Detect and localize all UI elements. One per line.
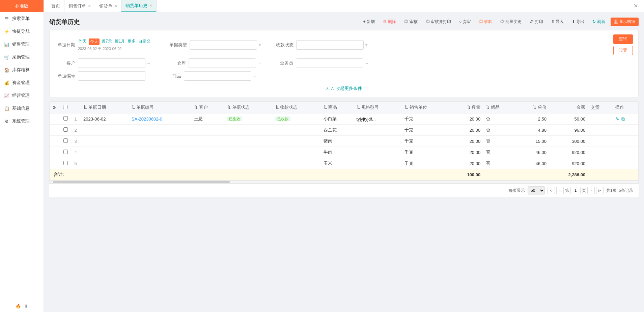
- shortcut-today[interactable]: 今天: [89, 38, 100, 45]
- print-button[interactable]: 🖨 打印: [527, 18, 545, 26]
- col-spec[interactable]: ⇅ 规格型号: [354, 102, 402, 113]
- col-doc-no[interactable]: ⇅ 单据编号: [129, 102, 191, 113]
- col-pay-status[interactable]: ⇅ 收款状态: [273, 102, 321, 113]
- row-num: 2: [71, 125, 81, 136]
- checkbox-cell: [60, 125, 71, 136]
- sidebar-item-label: 资金管理: [12, 80, 30, 86]
- row-checkbox[interactable]: [63, 116, 68, 121]
- basic-info-icon: 📋: [4, 106, 9, 111]
- col-doc-status[interactable]: ⇅ 单据状态: [224, 102, 273, 113]
- doc-no-link[interactable]: SA-20230602-0: [132, 116, 162, 122]
- row-checkbox[interactable]: [63, 150, 68, 154]
- sidebar-bottom-btn2[interactable]: ⏸: [24, 304, 28, 309]
- first-page-btn[interactable]: ⊲: [548, 187, 555, 194]
- row-price: 46.00: [516, 147, 549, 158]
- delete-button[interactable]: 🗑 删除: [380, 18, 399, 26]
- sidebar-item-search-menu[interactable]: ☰ 搜索菜单: [0, 12, 44, 25]
- sidebar-item-basic-info[interactable]: 📋 基础信息: [0, 102, 44, 115]
- goods-picker-btn[interactable]: ···: [253, 74, 256, 78]
- shortcut-more[interactable]: 更多: [127, 38, 136, 45]
- batch-change-button[interactable]: ◎ 批量变更: [498, 18, 524, 26]
- sidebar-item-inventory[interactable]: 🏠 库存核算: [0, 63, 44, 76]
- copy-icon[interactable]: ⧉: [621, 116, 625, 122]
- staff-input[interactable]: [296, 58, 363, 68]
- import-button[interactable]: ⬆ 导入: [549, 18, 566, 26]
- search-menu-icon: ☰: [4, 16, 9, 21]
- col-customer[interactable]: ⇅ 客户: [191, 102, 224, 113]
- tab-home[interactable]: 首页: [47, 0, 64, 12]
- select-all-checkbox[interactable]: [63, 105, 67, 109]
- goods-input[interactable]: [184, 71, 251, 81]
- customer-input[interactable]: [78, 58, 145, 68]
- row-docno: [129, 147, 191, 158]
- sidebar-item-ops-mgmt[interactable]: 📈 经营管理: [0, 89, 44, 102]
- col-settings[interactable]: ⚙: [50, 102, 60, 113]
- export-button[interactable]: ⬇ 导出: [569, 18, 587, 26]
- page-navigation: ⊲ ‹ 第 页 › ⊳: [548, 187, 604, 194]
- footer-total-amount: 2,286.00: [549, 169, 588, 180]
- row-checkbox[interactable]: [63, 161, 68, 165]
- tab-close-icon[interactable]: ✕: [88, 4, 91, 8]
- tab-close-icon[interactable]: ✕: [114, 4, 117, 8]
- staff-picker-btn[interactable]: ···: [365, 61, 368, 66]
- window-close-btn[interactable]: ✕: [631, 3, 641, 9]
- page-number-input[interactable]: [570, 187, 581, 194]
- row-customer: [191, 158, 224, 169]
- col-goods[interactable]: ⇅ 商品: [321, 102, 354, 113]
- shortcut-custom[interactable]: 自定义: [138, 38, 151, 45]
- row-goods: 猪肉: [321, 136, 354, 147]
- content-area: 销货单历史 + 新增 🗑 删除 ◎ 审核 ◎ 审核并打印 ○ 弃审 ◎ 收款 ◎…: [44, 12, 644, 312]
- customer-picker-btn[interactable]: ···: [147, 61, 150, 66]
- edit-icon[interactable]: ✎: [615, 116, 619, 122]
- row-unit: 千克: [402, 158, 450, 169]
- col-unit[interactable]: ⇅ 销售单位: [402, 102, 450, 113]
- set-button[interactable]: 设置: [613, 46, 633, 55]
- abandon-button[interactable]: ○ 弃审: [456, 18, 474, 26]
- footer-total-qty: 100.00: [450, 169, 483, 180]
- shortcut-yesterday[interactable]: 昨天: [78, 38, 87, 45]
- sidebar-item-quick-nav[interactable]: ⚡ 快捷导航: [0, 25, 44, 38]
- prev-page-btn[interactable]: ‹: [556, 187, 564, 194]
- type-input[interactable]: [190, 40, 257, 50]
- sidebar-item-sys-mgmt[interactable]: ⚙ 系统管理: [0, 115, 44, 128]
- collapse-more-btn[interactable]: ∧ ∧ 收起更多条件: [55, 84, 633, 93]
- warehouse-input[interactable]: [189, 58, 256, 68]
- receive-button[interactable]: ◎ 收款: [476, 18, 495, 26]
- row-checkbox[interactable]: [63, 138, 68, 143]
- query-button[interactable]: 查询: [613, 34, 633, 44]
- footer-spacer2: [483, 169, 516, 180]
- doc-num-input[interactable]: [78, 71, 145, 81]
- display-detail-button[interactable]: ▦ 显示明细: [611, 18, 639, 26]
- audit-print-button[interactable]: ◎ 审核并打印: [423, 18, 454, 26]
- tab-close-icon[interactable]: ✕: [149, 4, 152, 7]
- horizontal-scrollbar[interactable]: [50, 180, 638, 183]
- settings-icon[interactable]: ⚙: [52, 105, 56, 110]
- tab-sales-order[interactable]: 销售订单 ✕: [64, 0, 95, 12]
- row-checkbox[interactable]: [63, 127, 68, 132]
- pay-status-input[interactable]: [296, 40, 364, 50]
- warehouse-picker-btn[interactable]: ···: [257, 61, 261, 66]
- col-gift[interactable]: ⇅ 赠品: [483, 102, 516, 113]
- row-goods: 小白菜: [321, 113, 354, 125]
- tab-sales-history[interactable]: 销货单历史 ✕: [121, 0, 157, 12]
- next-page-btn[interactable]: ›: [587, 187, 595, 194]
- col-price[interactable]: ⇅ 单价: [516, 102, 549, 113]
- audit-button[interactable]: ◎ 审核: [401, 18, 420, 26]
- col-date[interactable]: ⇅ 单据日期: [81, 102, 129, 113]
- refresh-button[interactable]: ↻ 刷新: [590, 18, 608, 26]
- col-amount[interactable]: 金额: [549, 102, 588, 113]
- tab-sales-goods[interactable]: 销货单 ✕: [95, 0, 121, 12]
- sidebar-item-sales-mgmt[interactable]: 📊 销售管理: [0, 38, 44, 51]
- pay-status-label: 收款状态: [273, 42, 293, 48]
- per-page-select[interactable]: 50 100 200: [528, 186, 545, 194]
- row-paystatus: [273, 147, 321, 158]
- shortcut-1month[interactable]: 近1月: [114, 38, 126, 45]
- shortcut-7days[interactable]: 近7天: [101, 38, 113, 45]
- last-page-btn[interactable]: ⊳: [596, 187, 604, 194]
- sidebar-item-purchase-mgmt[interactable]: 🛒 采购管理: [0, 51, 44, 63]
- row-paystatus: [273, 136, 321, 147]
- col-qty[interactable]: ⇅ 数量: [450, 102, 483, 113]
- sidebar-item-finance-mgmt[interactable]: 💰 资金管理: [0, 76, 44, 89]
- new-button[interactable]: + 新增: [361, 18, 377, 26]
- sidebar-bottom-btn1[interactable]: 🔥: [16, 304, 21, 309]
